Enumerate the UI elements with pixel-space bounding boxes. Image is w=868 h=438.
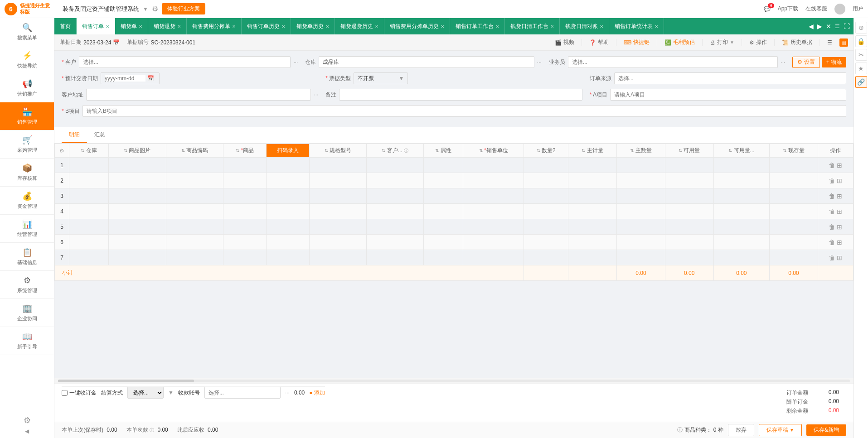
- sidebar-item-operation[interactable]: 📊 经营管理: [0, 215, 54, 243]
- right-panel-btn-4[interactable]: ★: [855, 63, 867, 74]
- tab-return-history-close[interactable]: ✕: [375, 24, 378, 29]
- address-dots[interactable]: ···: [314, 91, 318, 98]
- toolbar-ops[interactable]: ⚙ 操作: [749, 39, 767, 46]
- calendar-icon[interactable]: 📅: [113, 39, 120, 46]
- save-new-button[interactable]: 保存&新增: [806, 424, 846, 436]
- remark-input[interactable]: [339, 89, 582, 101]
- cell-5-image[interactable]: [108, 219, 166, 235]
- settings-button[interactable]: ⚙ 设置: [792, 57, 820, 68]
- toolbar-shortcuts[interactable]: ⌨ 快捷键: [624, 39, 650, 46]
- tab-daily-workbench[interactable]: 钱货日清工作台 ✕: [505, 18, 560, 34]
- th-gear[interactable]: ⚙: [55, 144, 69, 158]
- cell-2-main-qty[interactable]: [617, 173, 665, 188]
- cell-2-image[interactable]: [108, 173, 166, 188]
- cell-5-cust[interactable]: [367, 219, 424, 235]
- cell-7-sku[interactable]: [166, 250, 223, 265]
- online-support-link[interactable]: 在线客服: [805, 5, 827, 13]
- delete-icon-1[interactable]: 🗑: [829, 162, 835, 169]
- delete-icon-6[interactable]: 🗑: [829, 239, 835, 246]
- cell-4-scan[interactable]: [266, 204, 309, 219]
- add-payment-btn[interactable]: ● 添加: [309, 389, 325, 397]
- salesperson-input[interactable]: [568, 56, 778, 68]
- sidebar-item-inventory[interactable]: 📦 库存核算: [0, 159, 54, 187]
- cell-6-stock[interactable]: [770, 235, 818, 250]
- cell-3-warehouse[interactable]: [69, 188, 109, 204]
- cell-4-spec[interactable]: [309, 204, 367, 219]
- right-panel-btn-3[interactable]: ✂: [855, 49, 867, 61]
- sidebar-item-guide[interactable]: 📖 新手引导: [0, 327, 54, 355]
- cell-5-spec[interactable]: [309, 219, 367, 235]
- cell-5-warehouse[interactable]: [69, 219, 109, 235]
- solution-button[interactable]: 体验行业方案: [162, 3, 205, 14]
- cell-7-unit[interactable]: [463, 250, 524, 265]
- right-panel-btn-2[interactable]: 🔒: [855, 35, 867, 47]
- cell-5-main-qty[interactable]: [617, 219, 665, 235]
- copy-icon-7[interactable]: ⊞: [837, 254, 842, 261]
- cell-3-attr[interactable]: [423, 188, 463, 204]
- cell-4-qty2[interactable]: [524, 204, 568, 219]
- account-input[interactable]: [204, 387, 281, 399]
- toolbar-list-view[interactable]: ☰: [827, 39, 832, 46]
- cell-1-main-unit[interactable]: [568, 158, 617, 173]
- cell-3-main-unit[interactable]: [568, 188, 617, 204]
- cell-6-avail2[interactable]: [713, 235, 769, 250]
- cell-2-cust[interactable]: [367, 173, 424, 188]
- cell-3-cust[interactable]: [367, 188, 424, 204]
- tab-sales-close[interactable]: ✕: [139, 24, 142, 29]
- app-download-link[interactable]: App下载: [778, 5, 798, 13]
- delete-icon-3[interactable]: 🗑: [829, 193, 835, 200]
- cell-7-attr[interactable]: [423, 250, 463, 265]
- cell-6-warehouse[interactable]: [69, 235, 109, 250]
- system-dropdown-icon[interactable]: ▼: [143, 6, 148, 12]
- sidebar-item-purchase[interactable]: 🛒 采购管理: [0, 130, 54, 159]
- warehouse-dots[interactable]: ···: [537, 59, 542, 65]
- cell-5-avail2[interactable]: [713, 219, 769, 235]
- copy-icon-5[interactable]: ⊞: [837, 223, 842, 231]
- cell-7-warehouse[interactable]: [69, 250, 109, 265]
- cell-1-avail[interactable]: [665, 158, 713, 173]
- ticket-dropdown-icon[interactable]: ▼: [398, 75, 404, 82]
- scroll-thumb[interactable]: [58, 380, 194, 382]
- cell-1-image[interactable]: [108, 158, 166, 173]
- customer-dots[interactable]: ···: [293, 59, 298, 65]
- tab-fee-split-close[interactable]: ✕: [232, 24, 236, 29]
- tab-home[interactable]: 首页: [54, 18, 77, 34]
- cell-3-spec[interactable]: [309, 188, 367, 204]
- cell-2-attr[interactable]: [423, 173, 463, 188]
- cell-4-sku[interactable]: [166, 204, 223, 219]
- cell-5-unit[interactable]: [463, 219, 524, 235]
- cell-3-main-qty[interactable]: [617, 188, 665, 204]
- tab-return-history[interactable]: 销货退货历史 ✕: [335, 18, 384, 34]
- tabs-fullscreen-btn[interactable]: ⛶: [842, 22, 852, 31]
- cell-2-avail[interactable]: [665, 173, 713, 188]
- cell-2-unit[interactable]: [463, 173, 524, 188]
- tab-daily-reconcile-close[interactable]: ✕: [600, 24, 603, 29]
- cell-6-sku[interactable]: [166, 235, 223, 250]
- cell-1-unit[interactable]: [463, 158, 524, 173]
- cell-7-spec[interactable]: [309, 250, 367, 265]
- sidebar-item-quick[interactable]: ⚡ 快捷导航: [0, 46, 54, 74]
- tab-detail[interactable]: 明细: [62, 127, 87, 143]
- cell-1-scan[interactable]: [266, 158, 309, 173]
- tabs-next-btn[interactable]: ▶: [815, 22, 824, 31]
- right-panel-btn-5[interactable]: 🔗: [855, 76, 867, 88]
- cell-6-main-unit[interactable]: [568, 235, 617, 250]
- cell-3-sku[interactable]: [166, 188, 223, 204]
- cell-2-scan[interactable]: [266, 173, 309, 188]
- payment-method-select[interactable]: 选择...: [127, 387, 164, 399]
- b-project-input[interactable]: [82, 105, 846, 117]
- notification-icon[interactable]: 💬 9: [764, 6, 771, 12]
- cell-1-attr[interactable]: [423, 158, 463, 173]
- cell-6-attr[interactable]: [423, 235, 463, 250]
- cell-3-stock[interactable]: [770, 188, 818, 204]
- cell-6-spec[interactable]: [309, 235, 367, 250]
- one-click-checkbox-label[interactable]: 一键收订金: [62, 389, 97, 397]
- toolbar-history[interactable]: 📜 历史单据: [782, 39, 812, 46]
- cell-7-stock[interactable]: [770, 250, 818, 265]
- cell-7-cust[interactable]: [367, 250, 424, 265]
- sidebar-item-sales[interactable]: 🏪 销售管理: [0, 102, 54, 130]
- cell-4-main-qty[interactable]: [617, 204, 665, 219]
- toolbar-print[interactable]: 🖨 打印 ▼: [710, 39, 734, 46]
- cell-3-scan[interactable]: [266, 188, 309, 204]
- tab-report-close[interactable]: ✕: [655, 24, 658, 29]
